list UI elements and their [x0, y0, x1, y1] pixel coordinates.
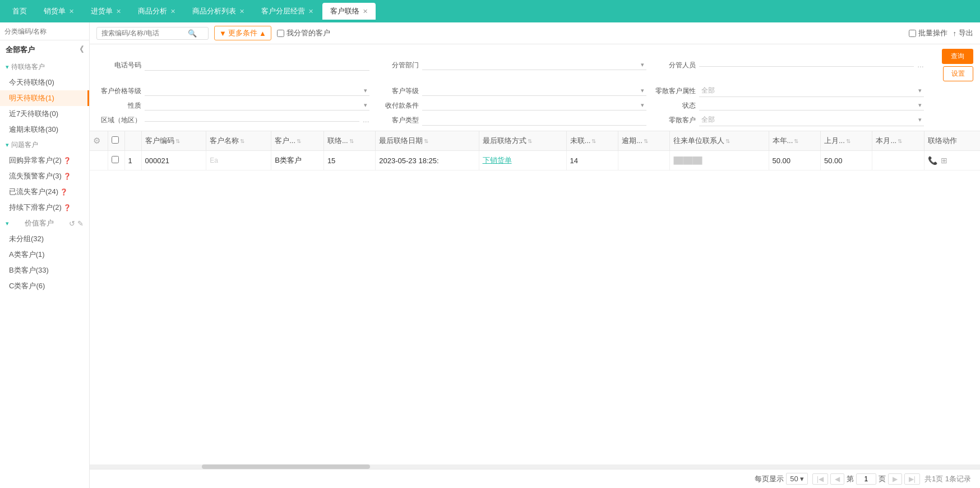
filter-select-retail-customer[interactable]: 全部 ▾	[699, 114, 924, 126]
sidebar-item-repurchase-anomaly[interactable]: 回购异常客户(2) ❓	[0, 153, 89, 168]
prev-page-button[interactable]: ◀	[830, 473, 844, 485]
first-page-button[interactable]: |◀	[812, 473, 828, 485]
page-size-box[interactable]: 50 ▾	[786, 473, 807, 485]
filter-select-retail-attr-value: 全部	[701, 86, 715, 95]
th-overdue[interactable]: 逾期... ⇅	[618, 131, 669, 151]
filter-input-customer-type[interactable]	[422, 115, 647, 126]
sidebar-item-overdue[interactable]: 逾期未联络(30)	[0, 122, 89, 137]
settings-gear-icon[interactable]: ⚙	[93, 136, 100, 145]
current-page-input[interactable]	[856, 473, 876, 485]
th-last-contact-method[interactable]: 最后联络方式 ⇅	[479, 131, 566, 151]
refresh-icon[interactable]: ↺	[69, 219, 75, 228]
filter-select-nature[interactable]: ▾	[145, 100, 369, 111]
filter-input-phone[interactable]	[145, 60, 369, 71]
filter-dots-region[interactable]: …	[363, 116, 369, 124]
my-customer-checkbox-label[interactable]: 我分管的客户	[277, 28, 330, 38]
nav-close-analysis-list[interactable]: ✕	[239, 8, 244, 15]
main-search-icon[interactable]: 🔍	[188, 29, 197, 38]
sidebar-item-churn-warning[interactable]: 流失预警客户(3) ❓	[0, 168, 89, 184]
td-unit-contact: ██████	[670, 151, 769, 171]
filter-row-2: 客户价格等级 ▾ 客户等级 ▾ 零散客户属性 全部	[96, 85, 973, 97]
filter-select-region[interactable]	[145, 119, 359, 122]
td-gear	[90, 151, 108, 171]
nav-item-analysis[interactable]: 商品分析 ✕	[130, 3, 183, 20]
last-contact-method-value[interactable]: 下销货单	[483, 156, 512, 164]
phone-action-icon[interactable]: 📞	[928, 156, 937, 165]
more-filter-button[interactable]: ▼ 更多条件 ▲	[214, 26, 271, 40]
chevron-up-icon: ▲	[259, 29, 266, 38]
filter-select-dept[interactable]: ▾	[422, 60, 647, 70]
nav-item-customer-tier[interactable]: 客户分层经营 ✕	[253, 3, 321, 20]
filter-select-customer-grade[interactable]: ▾	[422, 86, 647, 96]
th-this-month[interactable]: 本月... ⇅	[872, 131, 924, 151]
filter-select-manager[interactable]	[699, 64, 914, 67]
th-customer-type[interactable]: 客户... ⇅	[271, 131, 324, 151]
nav-item-customer-contact[interactable]: 客户联络 ✕	[322, 3, 376, 20]
nav-close-purchase[interactable]: ✕	[116, 8, 121, 15]
settings-button[interactable]: 设置	[943, 66, 973, 81]
th-unit-contact[interactable]: 往来单位联系人 ⇅	[670, 131, 769, 151]
edit-icon[interactable]: ✎	[77, 219, 84, 228]
nav-label-home: 首页	[12, 6, 27, 16]
batch-checkbox[interactable]	[909, 30, 916, 37]
sort-icon-name: ⇅	[240, 138, 244, 144]
help-icon-repurchase: ❓	[63, 157, 71, 164]
my-customer-checkbox[interactable]	[277, 30, 284, 37]
action-icons-container: 📞 ⊞	[928, 156, 977, 165]
filter-select-status[interactable]: ▾	[699, 100, 924, 111]
nav-item-home[interactable]: 首页	[4, 3, 35, 20]
sidebar-search-input[interactable]	[4, 27, 89, 35]
sidebar-label-repurchase: 回购异常客户(2)	[9, 155, 62, 165]
sidebar-item-tomorrow[interactable]: 明天待联络(1)	[0, 90, 89, 106]
filter-field-dept: 分管部门 ▾	[374, 60, 647, 70]
table-header-row: ⚙ 客户编码 ⇅	[90, 131, 980, 151]
sidebar-item-declining[interactable]: 持续下滑客户(2) ❓	[0, 200, 89, 215]
th-settings-gear[interactable]: ⚙	[90, 131, 108, 151]
sidebar-item-7days[interactable]: 近7天待联络(0)	[0, 106, 89, 122]
sidebar-item-class-a[interactable]: A类客户(1)	[0, 247, 89, 263]
th-last-month[interactable]: 上月... ⇅	[820, 131, 872, 151]
sidebar-item-churned[interactable]: 已流失客户(24) ❓	[0, 184, 89, 200]
filter-select-price-grade[interactable]: ▾	[145, 86, 369, 96]
th-this-year[interactable]: 本年... ⇅	[769, 131, 820, 151]
main-search-box: 🔍	[96, 27, 209, 40]
select-all-checkbox[interactable]	[112, 136, 119, 144]
pagination-footer: 每页显示 50 ▾ |◀ ◀ 第 页 ▶ ▶| 共1页 1条记录	[90, 469, 980, 488]
nav-item-sales[interactable]: 销货单 ✕	[36, 3, 82, 20]
nav-item-purchase[interactable]: 进货单 ✕	[83, 3, 129, 20]
query-button[interactable]: 查询	[942, 49, 973, 64]
export-button[interactable]: ↑ 导出	[953, 28, 974, 38]
nav-close-analysis[interactable]: ✕	[170, 8, 175, 15]
grid-action-icon[interactable]: ⊞	[941, 156, 947, 165]
sort-icon-this-year: ⇅	[794, 138, 798, 144]
page-size-selector: 每页显示 50 ▾	[755, 473, 807, 485]
th-contact[interactable]: 联络... ⇅	[323, 131, 375, 151]
last-page-button[interactable]: ▶|	[904, 473, 920, 485]
sort-icon-not-contacted: ⇅	[591, 138, 596, 144]
sidebar-all-customers[interactable]: 全部客户 《	[0, 40, 89, 59]
next-page-button[interactable]: ▶	[888, 473, 902, 485]
filter-select-payment[interactable]: ▾	[422, 100, 647, 111]
nav-item-analysis-list[interactable]: 商品分析列表 ✕	[184, 3, 252, 20]
scrollbar-thumb[interactable]	[202, 464, 370, 469]
th-last-contact-date[interactable]: 最后联络日期 ⇅	[376, 131, 479, 151]
nav-close-customer-tier[interactable]: ✕	[308, 8, 313, 15]
row-checkbox[interactable]	[112, 156, 119, 163]
filter-field-status: 状态 ▾	[651, 100, 924, 111]
th-customer-name[interactable]: 客户名称 ⇅	[206, 131, 271, 151]
sidebar-collapse-icon[interactable]: 《	[76, 45, 84, 55]
th-customer-code[interactable]: 客户编码 ⇅	[141, 131, 206, 151]
sidebar-item-ungrouped[interactable]: 未分组(32)	[0, 231, 89, 247]
batch-ops-button[interactable]: 批量操作	[909, 28, 947, 38]
main-search-input[interactable]	[101, 29, 186, 37]
nav-close-sales[interactable]: ✕	[69, 8, 74, 15]
table-horizontal-scrollbar[interactable]	[90, 464, 980, 469]
sidebar-item-class-b[interactable]: B类客户(33)	[0, 263, 89, 278]
filter-dots-manager[interactable]: …	[917, 61, 924, 69]
sidebar-item-class-c[interactable]: C类客户(6)	[0, 278, 89, 294]
sidebar-item-today[interactable]: 今天待联络(0)	[0, 75, 89, 90]
customer-type-value: B类客户	[275, 156, 302, 164]
filter-select-retail-attr[interactable]: 全部 ▾	[699, 85, 924, 97]
nav-close-customer-contact[interactable]: ✕	[363, 8, 368, 15]
th-not-contacted[interactable]: 未联... ⇅	[566, 131, 618, 151]
